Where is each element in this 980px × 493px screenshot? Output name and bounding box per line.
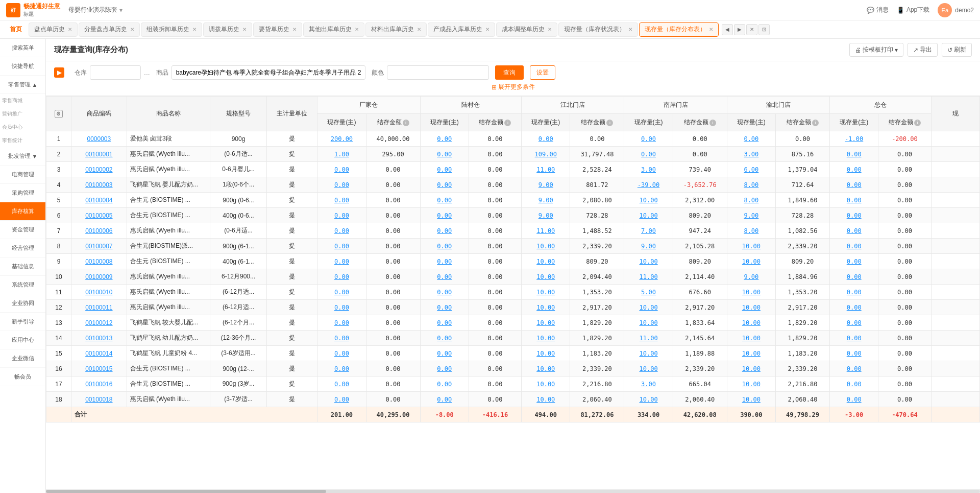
tab-t1-close-icon[interactable]: ✕ [68, 27, 72, 32]
cell-jiangbei-qty[interactable]: 10.00 [522, 269, 570, 285]
cell-nanan-qty[interactable]: 0.00 [624, 131, 673, 147]
sidebar-item-wholesale[interactable]: 批发管理 ▼ [0, 147, 45, 166]
tab-t3-close-icon[interactable]: ✕ [192, 27, 197, 32]
cell-total-qty[interactable]: 0.00 [830, 162, 878, 177]
cell-factory-qty[interactable]: 0.00 [317, 269, 366, 285]
cell-lucun-qty[interactable]: 0.00 [420, 269, 469, 285]
cell-factory-qty[interactable]: 0.00 [317, 300, 366, 315]
tab-t5-close-icon[interactable]: ✕ [292, 27, 297, 32]
cell-total-qty[interactable]: 0.00 [830, 377, 878, 392]
print-button[interactable]: 🖨 按模板打印 ▾ [849, 43, 903, 57]
jiangbei-amt-info-icon[interactable]: i [606, 120, 613, 126]
cell-code[interactable]: 00100001 [71, 147, 127, 162]
cell-code[interactable]: 00100008 [71, 254, 127, 269]
cell-factory-qty[interactable]: 0.00 [317, 315, 366, 331]
cell-jiangbei-qty[interactable]: 9.00 [522, 193, 570, 208]
cell-lucun-qty[interactable]: 0.00 [420, 223, 469, 239]
cell-code[interactable]: 00100006 [71, 223, 127, 239]
cell-jiangbei-qty[interactable]: 10.00 [522, 377, 570, 392]
cell-nanan-qty[interactable]: 10.00 [624, 193, 673, 208]
factory-amt-info-icon[interactable]: i [403, 120, 409, 126]
tab-t10-close-icon[interactable]: ✕ [628, 27, 632, 32]
total-amt-info-icon[interactable]: i [914, 120, 921, 126]
tab-t8[interactable]: 产成品入库单历史 ✕ [428, 22, 495, 37]
tab-t6-close-icon[interactable]: ✕ [355, 27, 359, 32]
expand-conditions-btn[interactable]: ⊞ 展开更多条件 [492, 83, 535, 91]
cell-lucun-qty[interactable]: 0.00 [420, 346, 469, 361]
tab-t11-close-icon[interactable]: ✕ [709, 27, 713, 32]
sidebar-sub-members[interactable]: 会员中心 [0, 121, 45, 134]
app-download-btn[interactable]: 📱 App下载 [897, 6, 929, 14]
cell-factory-qty[interactable]: 0.00 [317, 223, 366, 239]
cell-lucun-qty[interactable]: 0.00 [420, 254, 469, 269]
cell-yubei-qty[interactable]: 3.00 [727, 147, 775, 162]
cell-code[interactable]: 00100016 [71, 377, 127, 392]
sidebar-item-search[interactable]: 搜索英单 [0, 39, 45, 57]
cell-total-qty[interactable]: 0.00 [830, 300, 878, 315]
cell-total-qty[interactable]: -1.00 [830, 131, 878, 147]
sidebar-item-inventory[interactable]: 库存核算 [0, 202, 45, 221]
col-header-settings[interactable]: ⚙ [46, 97, 71, 131]
cell-yubei-qty[interactable]: 10.00 [727, 346, 775, 361]
message-btn[interactable]: 💬 消息 [867, 6, 889, 14]
sidebar-sub-marketing[interactable]: 营销推广 [0, 107, 45, 121]
cell-nanan-qty[interactable]: 10.00 [624, 254, 673, 269]
cell-yubei-qty[interactable]: 10.00 [727, 361, 775, 377]
lucun-amt-info-icon[interactable]: i [504, 120, 511, 126]
tab-home[interactable]: 首页 [4, 22, 28, 37]
cell-factory-qty[interactable]: 0.00 [317, 361, 366, 377]
tab-t11[interactable]: 现存量（库存分布表） ✕ [639, 22, 719, 37]
tab-t9-close-icon[interactable]: ✕ [548, 27, 552, 32]
cell-yubei-qty[interactable]: 10.00 [727, 285, 775, 300]
cell-total-qty[interactable]: 0.00 [830, 254, 878, 269]
cell-nanan-qty[interactable]: 7.00 [624, 223, 673, 239]
sidebar-item-finance[interactable]: 资金管理 [0, 221, 45, 239]
sidebar-item-enterprise[interactable]: 企业协同 [0, 294, 45, 313]
cell-nanan-qty[interactable]: 3.00 [624, 162, 673, 177]
cell-lucun-qty[interactable]: 0.00 [420, 131, 469, 147]
cell-code[interactable]: 00100004 [71, 193, 127, 208]
cell-yubei-qty[interactable]: 0.00 [727, 131, 775, 147]
tab-t2-close-icon[interactable]: ✕ [130, 27, 134, 32]
cell-total-qty[interactable]: 0.00 [830, 346, 878, 361]
cell-nanan-qty[interactable]: 3.00 [624, 377, 673, 392]
sidebar-item-vip[interactable]: 畅会员 [0, 368, 45, 386]
cell-factory-qty[interactable]: 0.00 [317, 193, 366, 208]
cell-total-qty[interactable]: 0.00 [830, 392, 878, 407]
cell-nanan-qty[interactable]: 11.00 [624, 269, 673, 285]
cell-nanan-qty[interactable]: 10.00 [624, 346, 673, 361]
cell-factory-qty[interactable]: 200.00 [317, 131, 366, 147]
cell-code[interactable]: 00100014 [71, 346, 127, 361]
tab-t4[interactable]: 调拨单历史 ✕ [203, 22, 252, 37]
cell-total-qty[interactable]: 0.00 [830, 361, 878, 377]
cell-jiangbei-qty[interactable]: 10.00 [522, 361, 570, 377]
cell-jiangbei-qty[interactable]: 10.00 [522, 300, 570, 315]
cell-yubei-qty[interactable]: 10.00 [727, 331, 775, 346]
cell-yubei-qty[interactable]: 8.00 [727, 193, 775, 208]
cell-jiangbei-qty[interactable]: 10.00 [522, 331, 570, 346]
sidebar-item-wechat[interactable]: 企业微信 [0, 349, 45, 368]
tab-nav-prev[interactable]: ◀ [722, 24, 733, 35]
cell-code[interactable]: 00100018 [71, 392, 127, 407]
cell-total-qty[interactable]: 0.00 [830, 177, 878, 193]
cell-code[interactable]: 00100013 [71, 331, 127, 346]
tab-nav-expand[interactable]: ⊡ [758, 24, 770, 35]
tab-t2[interactable]: 分量盘点单历史 ✕ [79, 22, 140, 37]
cell-factory-qty[interactable]: 0.00 [317, 346, 366, 361]
cell-total-qty[interactable]: 0.00 [830, 331, 878, 346]
cell-yubei-qty[interactable]: 10.00 [727, 377, 775, 392]
cell-jiangbei-qty[interactable]: 10.00 [522, 285, 570, 300]
cell-yubei-qty[interactable]: 9.00 [727, 208, 775, 223]
goods-input[interactable] [172, 65, 365, 80]
cell-factory-qty[interactable]: 0.00 [317, 392, 366, 407]
cell-lucun-qty[interactable]: 0.00 [420, 147, 469, 162]
tab-nav-next[interactable]: ▶ [734, 24, 745, 35]
cell-jiangbei-qty[interactable]: 11.00 [522, 162, 570, 177]
cell-code[interactable]: 00100002 [71, 162, 127, 177]
sidebar-item-retail[interactable]: 零售管理 ▲ [0, 76, 45, 94]
warehouse-input[interactable] [90, 65, 141, 80]
cell-code[interactable]: 00100003 [71, 177, 127, 193]
tab-t1[interactable]: 盘点单历史 ✕ [29, 22, 78, 37]
tab-t6[interactable]: 其他出库单历史 ✕ [303, 22, 364, 37]
cell-code[interactable]: 0000003 [71, 131, 127, 147]
